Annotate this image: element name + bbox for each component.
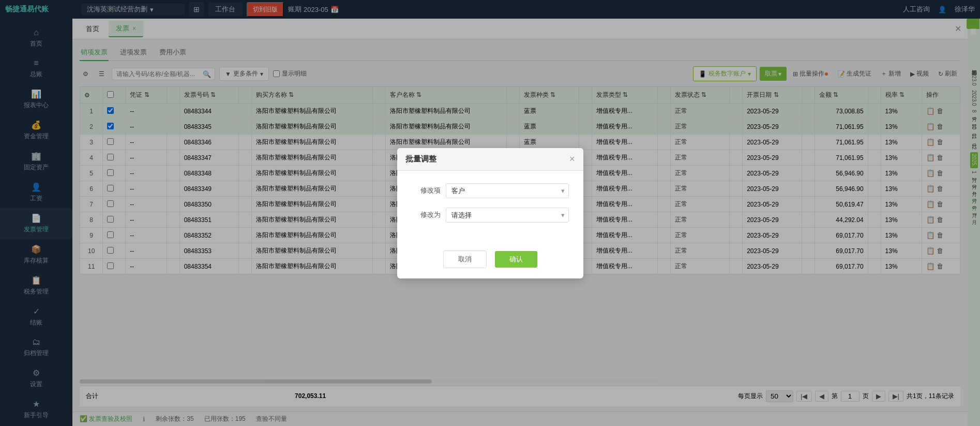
value-label: 修改为	[412, 210, 441, 219]
field-select[interactable]: 客户	[446, 183, 569, 198]
modal-close-btn[interactable]: ×	[569, 154, 575, 164]
modal-body: 修改项 客户 ▾ 修改为 请选择 ▾	[397, 171, 583, 244]
modal-header: 批量调整 ×	[397, 148, 583, 171]
modal-overlay: 批量调整 × 修改项 客户 ▾ 修改为 请选择 ▾	[0, 0, 980, 426]
cancel-btn[interactable]: 取消	[443, 251, 487, 268]
form-row-field: 修改项 客户 ▾	[412, 183, 569, 198]
modal-title: 批量调整	[405, 154, 436, 164]
field-label: 修改项	[412, 186, 441, 195]
form-row-value: 修改为 请选择 ▾	[412, 208, 569, 223]
modal-footer: 取消 确认	[397, 244, 583, 278]
value-select-wrap: 请选择 ▾	[446, 208, 569, 223]
field-select-wrap: 客户 ▾	[446, 183, 569, 198]
value-select[interactable]: 请选择	[446, 208, 569, 223]
batch-adjust-modal: 批量调整 × 修改项 客户 ▾ 修改为 请选择 ▾	[397, 148, 583, 278]
confirm-btn[interactable]: 确认	[495, 251, 537, 268]
